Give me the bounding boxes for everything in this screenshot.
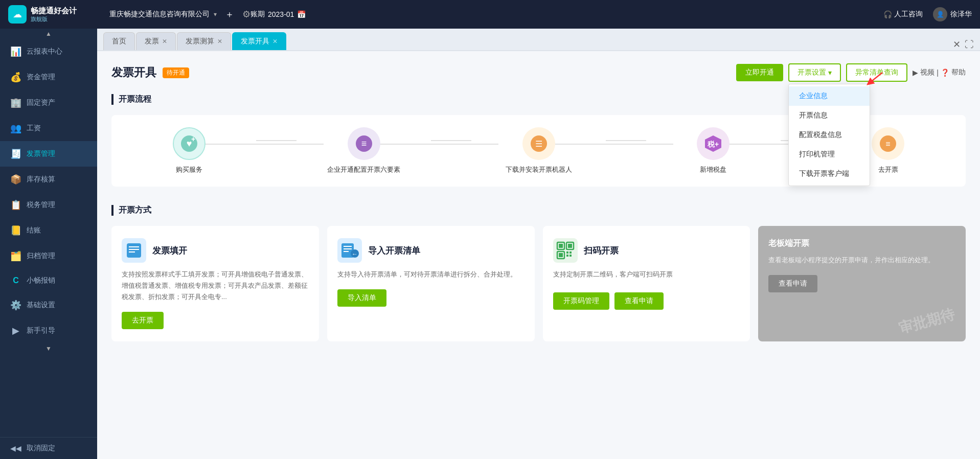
calendar-icon[interactable]: 📅 [297,10,306,18]
sidebar-item-report[interactable]: C 小畅报销 [0,269,97,292]
tab-invoice-open[interactable]: 发票开具 ✕ [232,32,286,50]
flow-step-buy: ♥ + 购买服务 [122,127,256,174]
sidebar-item-settle[interactable]: 📒 结账 [0,218,97,243]
sidebar-item-inventory[interactable]: 📦 库存核算 [0,167,97,192]
sidebar-item-invoice[interactable]: 🧾 发票管理 [0,141,97,167]
svg-rect-15 [129,249,139,250]
settle-icon: 📒 [10,225,21,236]
consult-button[interactable]: 🎧 人工咨询 [883,10,923,19]
svg-text:税+: 税+ [707,140,719,148]
settings-dropdown-menu: 企业信息 开票信息 配置税盘信息 打印机管理 下载开票客户端 [788,84,870,186]
maximize-window-button[interactable]: ⛶ [965,39,974,50]
svg-rect-26 [568,244,572,248]
dropdown-item-company-info[interactable]: 企业信息 [789,86,870,106]
method-card-import: ← 导入开票清单 支持导入待开票清单，可对待开票清单进行拆分、合并处理。 导入清… [327,226,535,341]
scan-invoice-desc: 支持定制开票二维码，客户端可扫码开票 [553,269,740,280]
sidebar-item-settings[interactable]: ⚙️ 基础设置 [0,292,97,318]
method-header-scan: 扫码开票 [553,238,740,263]
help-label: 帮助 [951,68,966,77]
tab-invoice[interactable]: 发票 ✕ [136,32,176,50]
header-company[interactable]: 重庆畅捷交通信息咨询有限公司 ▾ [109,10,217,19]
fund-icon: 💰 [10,72,21,83]
svg-rect-16 [129,251,135,253]
tab-invoice-open-close[interactable]: ✕ [272,38,278,45]
methods-grid: 发票填开 支持按照发票样式手工填开发票；可开具增值税电子普通发票、增值税普通发票… [111,226,966,341]
sidebar-item-fixed-assets[interactable]: 🏢 固定资产 [0,90,97,116]
dropdown-item-invoice-info[interactable]: 开票信息 [789,106,870,125]
svg-rect-13 [127,243,141,258]
dropdown-item-tax-disk[interactable]: 配置税盘信息 [789,125,870,145]
fill-invoice-button[interactable]: 去开票 [122,312,164,329]
app-body: ▲ 📊 云报表中心 💰 资金管理 🏢 固定资产 👥 工资 🧾 发票管理 📦 库存… [0,29,980,459]
svg-rect-19 [344,248,352,249]
add-company-button[interactable]: ＋ [225,8,234,20]
step-label-add-disk: 新增税盘 [700,165,726,174]
dropdown-item-printer[interactable]: 打印机管理 [789,145,870,164]
sidebar-label-settle: 结账 [27,226,41,235]
svg-rect-32 [569,255,572,257]
method-header-boss: 老板端开票 [768,238,955,249]
step-connector-1 [256,140,297,141]
sidebar-item-salary[interactable]: 👥 工资 [0,116,97,141]
exception-button[interactable]: 异常清单查询 [846,63,907,82]
settings-chevron-icon: ▾ [828,68,832,77]
sidebar-label-settings: 基础设置 [27,301,55,310]
tab-invoice-close[interactable]: ✕ [162,38,167,45]
tab-invoice-calc[interactable]: 发票测算 ✕ [177,32,231,50]
settings-gear-icon[interactable]: ⚙ [242,9,250,20]
svg-text:≡: ≡ [886,140,891,148]
page-content: 发票开具 待开通 立即开通 开票设置 ▾ [97,51,980,459]
tab-invoice-calc-close[interactable]: ✕ [217,38,222,45]
company-dropdown-icon[interactable]: ▾ [214,11,217,18]
header-actions: ＋ ⚙ [225,8,250,20]
fill-invoice-icon [122,238,146,263]
step-connector-2 [431,140,471,141]
step-label-buy: 购买服务 [176,165,202,174]
sidebar-label-tax: 税务管理 [27,200,55,210]
svg-rect-29 [566,251,568,254]
tax-icon: 📋 [10,199,21,211]
page-header: 发票开具 待开通 立即开通 开票设置 ▾ [111,63,966,82]
close-window-button[interactable]: ✕ [953,39,961,50]
pin-icon: ◀◀ [10,444,21,452]
step-icon-buy: ♥ + [173,127,206,160]
status-badge: 待开通 [163,67,189,78]
view-apply-button[interactable]: 查看申请 [614,292,664,310]
import-invoice-button[interactable]: 导入清单 [337,289,386,307]
svg-text:☰: ☰ [535,140,542,148]
page-title-area: 发票开具 待开通 [111,65,189,80]
svg-rect-28 [559,253,563,257]
page-actions: 立即开通 开票设置 ▾ [736,63,966,82]
logo-icon: ☁ [8,5,27,24]
period-value: 2023-01 [268,10,294,18]
activate-button[interactable]: 立即开通 [736,64,783,81]
sidebar: ▲ 📊 云报表中心 💰 资金管理 🏢 固定资产 👥 工资 🧾 发票管理 📦 库存… [0,29,97,459]
step-icon-go-invoice: ≡ [872,127,904,160]
video-label: 视频 [920,68,935,77]
sidebar-label-invoice: 发票管理 [27,149,55,158]
sidebar-item-fund[interactable]: 💰 资金管理 [0,64,97,90]
sidebar-scroll-up[interactable]: ▲ [0,29,97,39]
qr-manage-button[interactable]: 开票码管理 [553,292,609,310]
video-button[interactable]: ▶ 视频 | ❓ 帮助 [913,68,966,77]
import-invoice-icon: ← [337,238,362,263]
dropdown-item-client-download[interactable]: 下载开票客户端 [789,164,870,183]
settings-button[interactable]: 开票设置 ▾ [788,63,841,82]
divider: | [937,68,939,77]
sidebar-item-guide[interactable]: ▶ 新手引导 [0,318,97,343]
window-controls: ✕ ⛶ [953,39,974,50]
fixed-assets-icon: 🏢 [10,97,21,108]
step-label-go-invoice: 去开票 [878,165,898,174]
import-invoice-desc: 支持导入待开票清单，可对待开票清单进行拆分、合并处理。 [337,269,525,280]
tab-home[interactable]: 首页 [103,32,135,50]
tab-invoice-calc-label: 发票测算 [186,37,214,46]
user-profile[interactable]: 👤 徐泽华 [933,7,972,21]
sidebar-unpin-button[interactable]: ◀◀ 取消固定 [0,438,97,459]
sidebar-label-guide: 新手引导 [27,326,55,335]
sidebar-scroll-down[interactable]: ▼ [0,343,97,354]
boss-view-apply-button[interactable]: 查看申请 [768,275,817,292]
sidebar-item-tax[interactable]: 📋 税务管理 [0,192,97,218]
sidebar-item-cloud-report[interactable]: 📊 云报表中心 [0,39,97,64]
company-name: 重庆畅捷交通信息咨询有限公司 [109,10,210,19]
sidebar-item-archive[interactable]: 🗂️ 归档管理 [0,243,97,269]
